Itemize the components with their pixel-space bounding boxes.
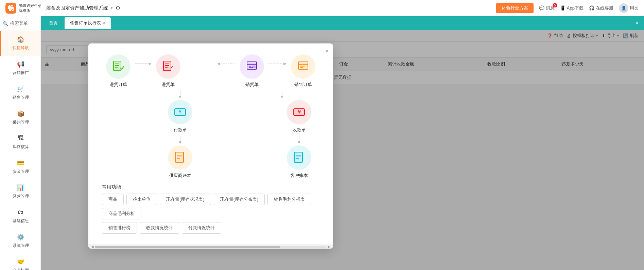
customer-ledger-circle[interactable] [287, 145, 311, 170]
logo-text: 畅康通好生意 标准版 [19, 3, 41, 13]
message-item[interactable]: 💬 消息 5 [539, 5, 555, 11]
sales-order-icon [297, 60, 309, 73]
func-btn-stock-status[interactable]: 现存量(库存状况表) [160, 194, 211, 205]
svg-rect-43 [175, 154, 176, 162]
sidebar-label-inventory: 库存核算 [13, 144, 29, 150]
sidebar-item-quick-nav[interactable]: 🏠 快捷导航 [0, 31, 40, 56]
sidebar-item-enterprise[interactable]: 🤝 企业协同 [0, 253, 40, 270]
modal-content: 进货订单 [88, 43, 333, 245]
func-btn-payment-stats[interactable]: 付款情况统计 [182, 222, 221, 234]
func-btn-product-profit[interactable]: 商品毛利分析 [102, 208, 141, 219]
svg-rect-49 [294, 154, 295, 162]
receipt-bill-label: 收款单 [293, 127, 306, 133]
enterprise-icon: 🤝 [17, 258, 24, 266]
flow-v-arrows-2 [102, 136, 319, 144]
svg-rect-41 [175, 152, 184, 162]
online-service-item[interactable]: 🎧 在线客服 [589, 5, 613, 11]
supplier-ledger-circle[interactable] [168, 145, 192, 170]
system-title-text: 装备及固定资产辅助管理系统 [46, 5, 108, 11]
headset-icon: 🎧 [589, 5, 594, 11]
dashed-arrow-right-icon [268, 61, 287, 67]
user-item[interactable]: 👤 用友 [619, 3, 639, 13]
purchase-bill-label: 进货单 [161, 82, 175, 88]
message-badge: 5 [553, 3, 557, 7]
tab-home[interactable]: 首页 [43, 17, 63, 29]
func-btn-partner[interactable]: 往来单位 [126, 194, 157, 205]
sidebar-label-quick-nav: 快捷导航 [13, 45, 29, 51]
scroll-right-arrow[interactable]: ▶ [328, 245, 330, 249]
purchase-order-circle[interactable] [106, 54, 130, 79]
sidebar-label-basic-info: 基础信息 [13, 218, 29, 224]
dropdown-arrow-icon: ▾ [111, 6, 113, 10]
arrow-down-icon-3 [177, 136, 183, 144]
scroll-track[interactable] [95, 246, 326, 248]
sales-order-item-label: 销售订单 [294, 82, 312, 88]
sales-bill-circle[interactable] [240, 54, 264, 79]
gear-settings-icon[interactable]: ⚙ [116, 5, 120, 11]
message-icon: 💬 [539, 5, 544, 11]
tab-bar: 首页 销售订单执行表 × × [41, 16, 644, 30]
header-actions: 体验行业方案 💬 消息 5 📱 App下载 🎧 在线客服 👤 用友 [496, 3, 639, 13]
sidebar-label-marketing: 营销推广 [13, 70, 29, 76]
flow-v2-arrow-right [279, 136, 319, 144]
tab-sales-order[interactable]: 销售订单执行表 × [65, 17, 111, 29]
receipt-bill-circle[interactable]: ￥ [287, 100, 311, 124]
supplier-ledger-icon [174, 151, 186, 164]
flow-row-2: ¥ 付款单 [102, 100, 319, 133]
purchase-order-icon [112, 60, 124, 73]
sidebar-search[interactable]: 🔍 搜索菜单 [0, 16, 40, 31]
flow-v-arrow-right [262, 90, 302, 98]
modal-overlay[interactable]: × [41, 30, 644, 270]
sidebar-label-sales: 销售管理 [13, 95, 29, 101]
tab-home-label: 首页 [49, 20, 58, 26]
logo-line2: 标准版 [19, 8, 41, 13]
sidebar-label-finance: 资金管理 [13, 169, 29, 175]
func-btn-sales-rank[interactable]: 销售排行榜 [102, 222, 137, 234]
svg-marker-6 [149, 62, 152, 65]
svg-rect-14 [247, 62, 257, 69]
layout: 🔍 搜索菜单 🏠 快捷导航 📢 营销推广 🛒 销售管理 📦 采购管理 🏗 库存核… [0, 16, 644, 270]
func-btn-sales-profit[interactable]: 销售毛利分析表 [267, 194, 311, 205]
sidebar-item-basic-info[interactable]: 🗂 基础信息 [0, 204, 40, 229]
modal-close-btn[interactable]: × [325, 48, 329, 55]
flow-supplier-ledger: 供应商账本 [160, 145, 201, 179]
sidebar-item-sales[interactable]: 🛒 销售管理 [0, 80, 40, 105]
main-content: 首页 销售订单执行表 × × ❓ 帮助 🖨 按模板打印 ▾ [41, 16, 644, 270]
logo-line1: 畅康通好生意 [19, 3, 41, 8]
scroll-left-arrow[interactable]: ◀ [91, 245, 94, 249]
flow-receipt-bill: ￥ 收款单 [279, 100, 319, 133]
flow-v2-arrow-left [160, 136, 201, 144]
sidebar-item-purchase[interactable]: 📦 采购管理 [0, 105, 40, 130]
payment-bill-icon: ¥ [174, 106, 186, 118]
flow-row-1: 进货订单 [102, 54, 319, 88]
purchase-bill-circle[interactable] [156, 54, 180, 79]
func-btn-receipt-stats[interactable]: 收款情况统计 [140, 222, 179, 234]
sidebar-item-system[interactable]: ⚙️ 系统管理 [0, 229, 40, 253]
func-btn-stock-dist[interactable]: 现存量(库存分布表) [214, 194, 265, 205]
sales-icon: 🛒 [17, 85, 24, 93]
sidebar-item-operations[interactable]: 📊 经营管理 [0, 179, 40, 204]
system-icon: ⚙️ [17, 233, 24, 241]
flow-dashed-arrow-1 [217, 61, 236, 67]
sales-order-circle[interactable] [291, 54, 315, 79]
sidebar-item-inventory[interactable]: 🏗 库存核算 [0, 130, 40, 155]
flow-v2-spacer-2 [201, 136, 279, 144]
sidebar-item-finance[interactable]: 💳 资金管理 [0, 155, 40, 179]
sales-bill-icon [246, 60, 258, 73]
payment-bill-circle[interactable]: ¥ [168, 100, 192, 124]
svg-rect-22 [298, 62, 308, 69]
func-btn-product[interactable]: 商品 [102, 194, 124, 205]
tab-close-icon[interactable]: × [103, 21, 105, 25]
sales-bill-label: 销货单 [245, 82, 259, 88]
content-area: ❓ 帮助 🖨 按模板打印 ▾ ⬆ 导出 ▾ 🔄 刷新 [41, 30, 644, 270]
scroll-thumb [95, 246, 280, 248]
sidebar-item-marketing[interactable]: 📢 营销推广 [0, 56, 40, 80]
experience-btn[interactable]: 体验行业方案 [496, 3, 534, 13]
tab-bar-close-icon[interactable]: × [633, 20, 641, 26]
top-header: 畅 畅康通好生意 标准版 装备及固定资产辅助管理系统 ▾ ⚙ 体验行业方案 💬 … [0, 0, 644, 16]
svg-marker-30 [281, 96, 283, 98]
app-download-item[interactable]: 📱 App下载 [560, 5, 584, 11]
sidebar-label-enterprise: 企业协同 [13, 268, 29, 270]
avatar: 👤 [619, 3, 628, 13]
system-title-area: 装备及固定资产辅助管理系统 ▾ ⚙ [46, 5, 496, 11]
